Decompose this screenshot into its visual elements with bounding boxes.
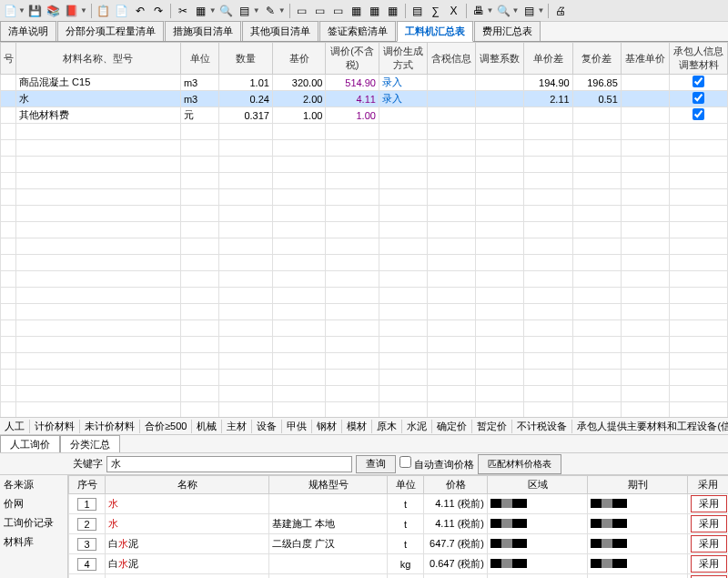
table-row[interactable]: 水m30.242.004.11录入2.110.51	[1, 91, 728, 107]
column-header[interactable]: 数量	[219, 43, 273, 75]
grid3-icon[interactable]: ▦	[385, 3, 401, 19]
category-钢材[interactable]: 钢材	[312, 420, 342, 433]
result-col[interactable]: 单位	[388, 476, 424, 494]
category-计价材料[interactable]: 计价材料	[30, 420, 80, 433]
form-icon[interactable]: ▦	[193, 3, 209, 19]
table-row[interactable]: 商品混凝土 C15m31.01320.00514.90录入194.90196.8…	[1, 75, 728, 91]
column-header[interactable]: 基价	[272, 43, 326, 75]
column-header[interactable]: 承包人信息调整材料	[670, 43, 728, 75]
print-icon[interactable]: 🖶	[470, 3, 487, 19]
result-col[interactable]: 区域	[488, 476, 588, 494]
redo-icon[interactable]: ↷	[150, 3, 167, 19]
result-row[interactable]: 2水基建施工 本地t4.11 (税前)采用	[69, 514, 729, 534]
result-col[interactable]: 规格型号	[269, 476, 388, 494]
column-header[interactable]: 单位	[180, 43, 219, 75]
cut-icon[interactable]: ✂	[175, 3, 191, 19]
category-确定价[interactable]: 确定价	[432, 420, 472, 433]
result-col[interactable]: 期刊	[588, 476, 688, 494]
tab-费用汇总表[interactable]: 费用汇总表	[474, 21, 541, 41]
pencil-icon[interactable]: ✎	[262, 3, 278, 19]
category-合价≥500[interactable]: 合价≥500	[140, 420, 192, 433]
result-col[interactable]: 价格	[424, 476, 488, 494]
column-header[interactable]: 号	[1, 43, 16, 75]
result-col[interactable]: 序号	[69, 476, 106, 494]
category-不计税设备[interactable]: 不计税设备	[512, 420, 572, 433]
adopt-cell[interactable]: 采用	[688, 494, 729, 514]
table-row[interactable]: 其他材料费元0.3171.001.00	[1, 107, 728, 124]
column-header[interactable]: 复价差	[572, 43, 621, 75]
match-price-button[interactable]: 匹配材料价格表	[478, 454, 561, 474]
category-原木[interactable]: 原木	[372, 420, 402, 433]
adopt-cell[interactable]: 采用	[688, 514, 729, 534]
result-col[interactable]: 名称	[106, 476, 269, 494]
main-toolbar: 📄▼💾📚📕▼📋📄↶↷✂▦▼🔍▤▼✎▼▭▭▭▦▦▦▤∑X🖶▼🔍▼▤▼🖨	[0, 0, 728, 22]
gen-mode[interactable]	[379, 107, 427, 124]
win2-icon[interactable]: ▭	[312, 3, 329, 19]
category-暂定价[interactable]: 暂定价	[472, 420, 512, 433]
column-header[interactable]: 调价(不含税)	[326, 43, 379, 75]
table-icon[interactable]: ▤	[410, 3, 426, 19]
nav-工询价记录[interactable]: 工询价记录	[0, 513, 67, 532]
column-header[interactable]: 基准单价	[621, 43, 669, 75]
win1-icon[interactable]: ▭	[294, 3, 310, 19]
adopt-cell[interactable]: 采用	[688, 534, 729, 554]
result-row[interactable]: 5普通水泥小厂32.5R 袋 各地综合t412.8 (税前)采用	[69, 574, 729, 579]
column-header[interactable]: 含税信息	[428, 43, 476, 75]
page-icon[interactable]: ▤	[521, 3, 537, 19]
adopt-cell[interactable]: 采用	[688, 554, 729, 574]
column-header[interactable]: 材料名称、型号	[16, 43, 181, 75]
nav-材料库[interactable]: 材料库	[0, 532, 67, 552]
doc-icon[interactable]: ▤	[237, 3, 253, 19]
gen-mode[interactable]: 录入	[379, 91, 427, 107]
result-row[interactable]: 4白水泥kg0.647 (税前)采用	[69, 554, 729, 574]
gen-mode[interactable]: 录入	[379, 75, 427, 91]
grid1-icon[interactable]: ▦	[349, 3, 365, 19]
category-未计价材料[interactable]: 未计价材料	[80, 420, 140, 433]
nav-各来源[interactable]: 各来源	[0, 475, 67, 494]
query-button[interactable]: 查询	[356, 455, 396, 473]
tab-其他项目清单[interactable]: 其他项目清单	[242, 21, 318, 41]
category-甲供[interactable]: 甲供	[282, 420, 312, 433]
tab-清单说明[interactable]: 清单说明	[0, 21, 56, 41]
category-机械[interactable]: 机械	[192, 420, 222, 433]
category-水泥[interactable]: 水泥	[402, 420, 432, 433]
tab-工料机汇总表[interactable]: 工料机汇总表	[397, 21, 473, 42]
auto-query-checkbox[interactable]: 自动查询价格	[399, 456, 474, 472]
save-icon[interactable]: 💾	[27, 3, 44, 19]
category-人工[interactable]: 人工	[0, 420, 30, 433]
excel-icon[interactable]: X	[446, 3, 462, 19]
undo-icon[interactable]: ↶	[132, 3, 148, 19]
result-col[interactable]: 采用	[688, 476, 729, 494]
book-icon[interactable]: 📕	[64, 3, 80, 19]
calc-icon[interactable]: ∑	[428, 3, 444, 19]
category-设备[interactable]: 设备	[252, 420, 282, 433]
paste-icon[interactable]: 📄	[114, 3, 130, 19]
saveall-icon[interactable]: 📚	[46, 3, 62, 19]
category-模材[interactable]: 模材	[342, 420, 372, 433]
search-icon[interactable]: 🔍	[496, 3, 512, 19]
column-header[interactable]: 调价生成方式	[379, 43, 427, 75]
contractor-check[interactable]	[670, 91, 728, 107]
keyword-input[interactable]	[106, 456, 352, 472]
adopt-cell[interactable]: 采用	[688, 574, 729, 579]
tab-措施项目清单[interactable]: 措施项目清单	[165, 21, 241, 41]
printer-icon[interactable]: 🖨	[552, 3, 569, 19]
tab-分部分项工程量清单[interactable]: 分部分项工程量清单	[57, 21, 164, 41]
contractor-check[interactable]	[670, 75, 728, 91]
contractor-check[interactable]	[670, 107, 728, 124]
win3-icon[interactable]: ▭	[330, 3, 347, 19]
subtab-分类汇总[interactable]: 分类汇总	[60, 435, 120, 452]
tab-签证索赔清单[interactable]: 签证索赔清单	[319, 21, 396, 41]
copy-icon[interactable]: 📋	[96, 3, 112, 19]
nav-价网[interactable]: 价网	[0, 494, 67, 513]
result-row[interactable]: 1水t4.11 (税前)采用	[69, 494, 729, 514]
subtab-人工询价[interactable]: 人工询价	[0, 435, 60, 452]
result-row[interactable]: 3白水泥二级白度 广汉t647.7 (税前)采用	[69, 534, 729, 554]
grid2-icon[interactable]: ▦	[367, 3, 383, 19]
file-icon[interactable]: 📄	[2, 3, 18, 19]
zoom-icon[interactable]: 🔍	[218, 3, 235, 19]
category-主材[interactable]: 主材	[222, 420, 252, 433]
column-header[interactable]: 调整系数	[476, 43, 524, 75]
column-header[interactable]: 单价差	[524, 43, 572, 75]
category-承包人提供主要材料和工程设备(信息调整)[interactable]: 承包人提供主要材料和工程设备(信息调整)	[572, 420, 728, 433]
